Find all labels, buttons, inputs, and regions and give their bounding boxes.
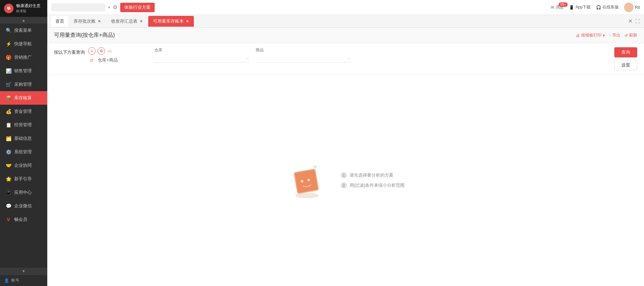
user-name: Rit <box>635 5 640 10</box>
sidebar-item-inventory[interactable]: 📦 库存核算 <box>0 91 47 105</box>
search-icon: 🔍 <box>5 27 11 33</box>
sidebar-item-marketing[interactable]: 🎁 营销推广 <box>0 51 47 64</box>
tab-expand-icon[interactable]: ⛶ <box>635 19 640 24</box>
hint-text-1: 请先选择要分析的方案 <box>350 172 393 178</box>
service-icon: 🎧 <box>596 5 601 10</box>
system-icon: ⚙️ <box>5 149 11 155</box>
page-actions: 🖨 按模板打印 ▾ ↑ 导出 ↺ 刷新 <box>576 32 637 38</box>
sidebar-item-shortcut[interactable]: ⚡ 快捷导航 <box>0 37 47 51</box>
topbar: ▾ ⚙ 体验行业方案 ✉ 消息 99+ 📱 App下载 🎧 在线客服 Rit <box>47 0 644 15</box>
goods-filter: 商品 ··· <box>256 47 350 62</box>
scheme-warehouse-icon: ⊙ <box>88 57 95 63</box>
sidebar-bottom-icon: 👤 <box>4 278 9 283</box>
service-label: 在线客服 <box>602 4 619 10</box>
goods-input[interactable] <box>256 56 345 61</box>
sidebar-item-guide[interactable]: 🌟 新手引导 <box>0 172 47 186</box>
sidebar-item-system[interactable]: ⚙️ 系统管理 <box>0 145 47 159</box>
scheme-collapse-icon[interactable]: ≪ <box>107 48 113 54</box>
sidebar-nav: 🔍 搜索菜单 ⚡ 快捷导航 🎁 营销推广 📊 销售管理 🛒 采购管理 📦 库存核… <box>0 24 47 268</box>
warehouse-more-icon[interactable]: ··· <box>246 56 249 61</box>
wechat-icon: 💬 <box>5 203 11 209</box>
sidebar-item-appstore[interactable]: 📱 应用中心 <box>0 186 47 199</box>
settings-btn[interactable]: 设置 <box>614 60 637 70</box>
industry-btn[interactable]: 体验行业方案 <box>120 3 155 12</box>
filter-section: 按以下方案查询 + ⚙ ≪ ⊙ 仓库+商品 <box>54 47 149 63</box>
tab-collect[interactable]: 收发存汇总表 ✕ <box>106 16 148 27</box>
empty-svg: ? <box>287 160 327 201</box>
sidebar-item-search[interactable]: 🔍 搜索菜单 <box>0 24 47 37</box>
warehouse-input[interactable] <box>154 56 244 61</box>
tab-home-label: 首页 <box>55 18 64 24</box>
sidebar-scroll-down[interactable]: ▼ <box>0 268 47 275</box>
tab-home[interactable]: 首页 <box>51 16 68 27</box>
print-chevron-icon[interactable]: ▾ <box>603 33 605 38</box>
sales-icon: 📊 <box>5 68 11 74</box>
sidebar-item-wechat[interactable]: 💬 企业微信 <box>0 199 47 213</box>
scheme-add-btn[interactable]: + <box>88 47 96 55</box>
empty-hint-2: 2 用[过滤]条件来缩小分析范围 <box>341 182 405 188</box>
print-btn[interactable]: 🖨 按模板打印 ▾ <box>576 32 605 38</box>
filter-label: 按以下方案查询 <box>54 49 85 55</box>
sidebar-label-operation: 经营管理 <box>14 122 32 128</box>
app-label: App下载 <box>575 4 591 10</box>
tab-available-label: 可用量库存账本 <box>153 18 184 24</box>
sidebar-item-basic[interactable]: 🗂️ 基础信息 <box>0 132 47 145</box>
marketing-icon: 🎁 <box>5 54 11 60</box>
gear-icon[interactable]: ⚙ <box>113 4 118 10</box>
tab-close-all-icon[interactable]: ✕ <box>628 18 633 24</box>
message-icon: ✉ <box>551 5 554 10</box>
sidebar-header: 畅 畅康通好生意 标准版 <box>0 0 47 17</box>
member-icon: V <box>5 216 11 223</box>
user-menu[interactable]: Rit <box>624 3 640 12</box>
export-label: 导出 <box>612 32 620 38</box>
sidebar-bottom[interactable]: 👤 账号 <box>0 275 47 286</box>
sidebar-item-sales[interactable]: 📊 销售管理 <box>0 64 47 78</box>
sidebar-label-member: 畅会员 <box>14 216 27 223</box>
sidebar-item-member[interactable]: V 畅会员 <box>0 213 47 226</box>
operation-icon: 📋 <box>5 122 11 128</box>
sidebar-label-finance: 资金管理 <box>14 108 32 114</box>
tab-available-close-icon[interactable]: ✕ <box>186 19 189 24</box>
sidebar-item-purchase[interactable]: 🛒 采购管理 <box>0 78 47 91</box>
app-icon: 📱 <box>569 5 574 10</box>
app-download-btn[interactable]: 📱 App下载 <box>569 4 591 10</box>
message-badge: 99+ <box>559 2 568 7</box>
message-btn[interactable]: ✉ 消息 99+ <box>551 4 564 10</box>
sidebar-item-enterprise[interactable]: 🤝 企业协同 <box>0 159 47 172</box>
scheme-settings-btn[interactable]: ⚙ <box>98 47 105 55</box>
sidebar-label-enterprise: 企业协同 <box>14 162 32 168</box>
sidebar-label-appstore: 应用中心 <box>14 189 32 196</box>
hint-num-2: 2 <box>341 182 347 188</box>
tab-available[interactable]: 可用量库存账本 ✕ <box>148 16 194 27</box>
tab-collect-close-icon[interactable]: ✕ <box>139 19 143 24</box>
query-buttons: 查询 设置 <box>614 47 637 70</box>
avatar <box>624 3 634 12</box>
search-input[interactable] <box>51 3 105 11</box>
sidebar-label-wechat: 企业微信 <box>14 203 32 209</box>
sidebar-label-guide: 新手引导 <box>14 176 32 182</box>
tab-batch-close-icon[interactable]: ✕ <box>98 19 101 24</box>
warehouse-label: 仓库 <box>154 47 249 53</box>
enterprise-icon: 🤝 <box>5 162 11 168</box>
export-btn[interactable]: ↑ 导出 <box>609 32 620 38</box>
print-icon: 🖨 <box>576 33 580 38</box>
dropdown-chevron-icon[interactable]: ▾ <box>108 5 110 10</box>
sidebar-label-search: 搜索菜单 <box>14 27 32 33</box>
print-label: 按模板打印 <box>581 32 601 38</box>
sidebar-scroll-up[interactable]: ▲ <box>0 17 47 24</box>
tab-batch[interactable]: 库存批次账 ✕ <box>69 16 106 27</box>
sidebar-brand: 畅康通好生意 标准版 <box>16 3 41 14</box>
query-btn[interactable]: 查询 <box>614 47 637 57</box>
service-btn[interactable]: 🎧 在线客服 <box>596 4 619 10</box>
inventory-icon: 📦 <box>5 95 11 101</box>
refresh-btn[interactable]: ↺ 刷新 <box>624 32 637 38</box>
goods-more-icon[interactable]: ··· <box>347 56 350 61</box>
scheme-item-warehouse-goods[interactable]: ⊙ 仓库+商品 <box>88 57 149 63</box>
sidebar-item-operation[interactable]: 📋 经营管理 <box>0 118 47 132</box>
sidebar-label-marketing: 营销推广 <box>14 54 32 60</box>
warehouse-input-wrapper: ··· <box>154 54 249 62</box>
sidebar-label-purchase: 采购管理 <box>14 81 32 87</box>
topbar-right: ✉ 消息 99+ 📱 App下载 🎧 在线客服 Rit <box>551 3 640 12</box>
sidebar-item-finance[interactable]: 💰 资金管理 <box>0 105 47 118</box>
goods-input-wrapper: ··· <box>256 54 350 62</box>
